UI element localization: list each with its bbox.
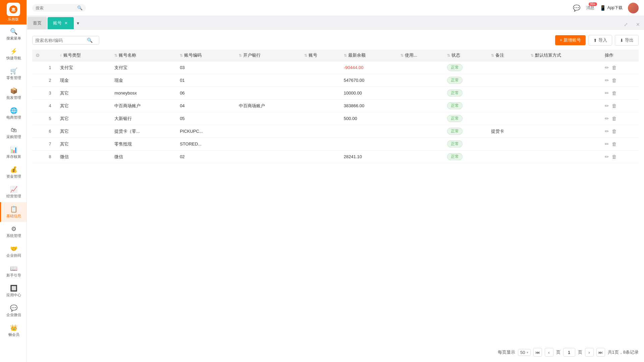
edit-icon-7[interactable]: ✏ bbox=[605, 154, 609, 160]
next-page-button[interactable]: › bbox=[585, 348, 594, 357]
delete-icon-7[interactable]: 🗑 bbox=[612, 154, 617, 160]
per-page-select[interactable]: 50 ▾ bbox=[518, 349, 530, 356]
table-row: 2 现金 现金 01 547670.00 正常 ✏ 🗑 bbox=[32, 74, 639, 87]
sidebar-item-system[interactable]: ⚙ 系统管理 bbox=[0, 222, 26, 242]
delete-icon-4[interactable]: 🗑 bbox=[612, 116, 617, 121]
settings-icon[interactable]: ⚙ bbox=[36, 53, 40, 58]
row-balance-7: 28241.10 bbox=[340, 150, 397, 163]
per-page-value: 50 bbox=[520, 350, 525, 355]
search-input[interactable] bbox=[35, 38, 86, 43]
table-row: 1 支付宝 支付宝 03 -90444.00 正常 ✏ 🗑 bbox=[32, 61, 639, 74]
col-account[interactable]: 账号 bbox=[301, 50, 340, 61]
edit-icon-3[interactable]: ✏ bbox=[605, 103, 609, 109]
row-num-7: 8 bbox=[43, 150, 57, 163]
col-type[interactable]: 账号类型 bbox=[57, 50, 111, 61]
col-code[interactable]: 账号编码 bbox=[176, 50, 235, 61]
col-default-payment[interactable]: 默认结算方式 bbox=[527, 50, 601, 61]
row-remark-6 bbox=[488, 138, 527, 150]
prev-page-button[interactable]: ‹ bbox=[545, 348, 553, 357]
message-button[interactable]: 💬 99+ 消息 bbox=[573, 4, 594, 12]
edit-icon-6[interactable]: ✏ bbox=[605, 141, 609, 147]
per-page-chevron: ▾ bbox=[527, 351, 528, 354]
ecommerce-icon: 🌐 bbox=[10, 107, 17, 114]
sidebar-item-finance[interactable]: 💰 资金管理 bbox=[0, 163, 26, 182]
page-toolbar: 🔍 + 新增账号 ⬆ 导入 ⬇ 导出 bbox=[32, 35, 639, 46]
export-button[interactable]: ⬇ 导出 bbox=[615, 35, 639, 46]
edit-icon-2[interactable]: ✏ bbox=[605, 90, 609, 96]
app-download-button[interactable]: 📱 App下载 bbox=[600, 5, 623, 11]
sidebar-item-basic-info[interactable]: 📋 基础信息 bbox=[0, 202, 26, 222]
import-button[interactable]: ⬆ 导入 bbox=[588, 35, 612, 46]
tab-accounts[interactable]: 账号 ✕ bbox=[48, 17, 74, 29]
delete-icon-3[interactable]: 🗑 bbox=[612, 103, 617, 109]
sidebar-item-search-menu[interactable]: 🔍 搜索菜单 bbox=[0, 24, 26, 44]
sidebar-item-quick-nav[interactable]: ⚡ 快捷导航 bbox=[0, 44, 26, 64]
tab-expand-button[interactable]: ▾ bbox=[74, 17, 81, 29]
sidebar-item-inventory[interactable]: 📊 库存核算 bbox=[0, 143, 26, 163]
first-page-button[interactable]: ⏮ bbox=[533, 348, 542, 357]
table-row: 6 其它 提货卡（零... PICKUPC... 正常 提货卡 ✏ 🗑 bbox=[32, 125, 639, 138]
user-avatar[interactable] bbox=[628, 3, 639, 13]
delete-icon-2[interactable]: 🗑 bbox=[612, 90, 617, 96]
delete-icon-0[interactable]: 🗑 bbox=[612, 65, 617, 70]
row-settings-2 bbox=[32, 87, 43, 100]
row-actions-5: ✏ 🗑 bbox=[601, 125, 639, 138]
sidebar-item-guide[interactable]: 📖 新手引导 bbox=[0, 261, 26, 281]
edit-icon-1[interactable]: ✏ bbox=[605, 77, 609, 83]
sidebar-item-retail[interactable]: 🛒 零售管理 bbox=[0, 64, 26, 84]
row-remark-5: 提货卡 bbox=[488, 125, 527, 138]
row-default-payment-7 bbox=[527, 150, 601, 163]
sidebar-item-wholesale[interactable]: 📦 批发管理 bbox=[0, 84, 26, 104]
row-actions-2: ✏ 🗑 bbox=[601, 87, 639, 100]
delete-icon-1[interactable]: 🗑 bbox=[612, 77, 617, 83]
ecommerce-label: 电商管理 bbox=[6, 115, 21, 120]
row-default-payment-0 bbox=[527, 61, 601, 74]
row-name-7: 微信 bbox=[111, 150, 176, 163]
delete-icon-5[interactable]: 🗑 bbox=[612, 128, 617, 134]
tab-close-button[interactable]: ✕ bbox=[633, 20, 643, 29]
col-remark[interactable]: 备注 bbox=[488, 50, 527, 61]
col-status[interactable]: 状态 bbox=[444, 50, 488, 61]
topbar-search-input[interactable] bbox=[36, 6, 76, 10]
message-label: 消息 bbox=[586, 5, 594, 11]
inventory-icon: 📊 bbox=[10, 146, 17, 154]
tabbar: 首页 账号 ✕ ▾ ⤢ ✕ bbox=[27, 16, 644, 29]
export-label: 导出 bbox=[625, 37, 634, 43]
tab-home[interactable]: 首页 bbox=[28, 17, 47, 29]
row-status-2: 正常 bbox=[444, 87, 488, 100]
row-remark-2 bbox=[488, 87, 527, 100]
sidebar-item-enterprise-wechat[interactable]: 💬 企业微信 bbox=[0, 301, 26, 321]
row-remark-3 bbox=[488, 100, 527, 112]
edit-icon-0[interactable]: ✏ bbox=[605, 65, 609, 71]
row-settings-1 bbox=[32, 74, 43, 87]
row-status-6: 正常 bbox=[444, 138, 488, 150]
last-page-button[interactable]: ⏭ bbox=[596, 348, 605, 357]
delete-icon-6[interactable]: 🗑 bbox=[612, 141, 617, 147]
edit-icon-4[interactable]: ✏ bbox=[605, 116, 609, 122]
edit-icon-5[interactable]: ✏ bbox=[605, 128, 609, 134]
page-label: 页 bbox=[556, 349, 560, 355]
sidebar-item-member[interactable]: 👑 畅会员 bbox=[0, 321, 26, 341]
row-account-1 bbox=[301, 74, 340, 87]
topbar-left: 🔍 bbox=[32, 4, 86, 12]
col-usage[interactable]: 使用... bbox=[397, 50, 444, 61]
col-name[interactable]: 账号名称 bbox=[111, 50, 176, 61]
sidebar-item-enterprise-protocol[interactable]: 🤝 企业协同 bbox=[0, 242, 26, 261]
fullscreen-button[interactable]: ⤢ bbox=[621, 20, 631, 29]
sidebar-item-purchase[interactable]: 🛍 采购管理 bbox=[0, 123, 26, 143]
sidebar-item-operation[interactable]: 📈 经营管理 bbox=[0, 182, 26, 202]
row-code-4: 05 bbox=[176, 112, 235, 125]
current-page-input[interactable] bbox=[563, 348, 575, 357]
message-badge: 99+ bbox=[589, 2, 597, 6]
add-account-button[interactable]: + 新增账号 bbox=[555, 35, 586, 45]
sidebar-item-ecommerce[interactable]: 🌐 电商管理 bbox=[0, 104, 26, 123]
tab-accounts-close[interactable]: ✕ bbox=[64, 21, 68, 25]
sidebar-item-app-center[interactable]: 🔲 应用中心 bbox=[0, 281, 26, 301]
row-usage-4 bbox=[397, 112, 444, 125]
search-icon[interactable]: 🔍 bbox=[87, 38, 93, 43]
app-logo[interactable]: 惠 乐惠版 bbox=[0, 0, 26, 24]
col-bank[interactable]: 开户银行 bbox=[235, 50, 301, 61]
col-balance[interactable]: 最新余额 bbox=[340, 50, 397, 61]
row-bank-1 bbox=[235, 74, 301, 87]
row-type-1: 现金 bbox=[57, 74, 111, 87]
